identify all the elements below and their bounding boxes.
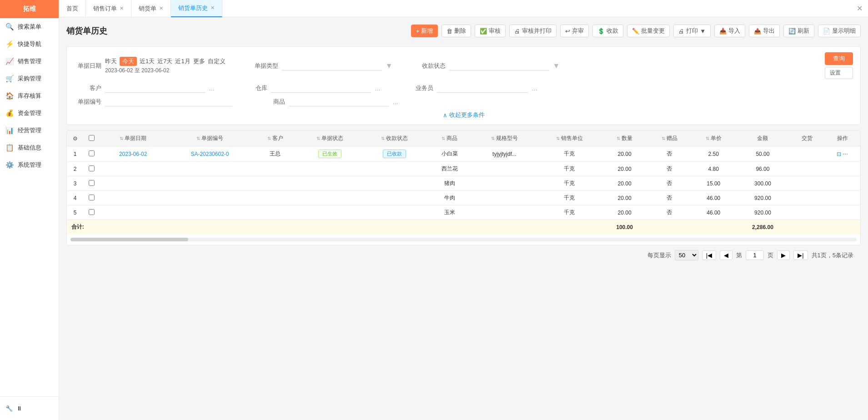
sidebar-item-sys-mgmt[interactable]: ⚙️ 系统管理 bbox=[0, 156, 59, 174]
add-icon: + bbox=[416, 28, 420, 35]
cell-doc-no[interactable]: SA-20230602-0 bbox=[166, 146, 253, 162]
cell-doc-status bbox=[297, 162, 362, 176]
th-doc-no[interactable]: 单据编号 bbox=[166, 131, 253, 146]
cell-checkbox[interactable] bbox=[83, 205, 100, 220]
th-spec[interactable]: 规格型号 bbox=[472, 131, 537, 146]
th-unit[interactable]: 销售单位 bbox=[537, 131, 602, 146]
collect-button[interactable]: 💲 收款 bbox=[592, 25, 623, 37]
row-checkbox[interactable] bbox=[89, 180, 95, 186]
cell-checkbox[interactable] bbox=[83, 191, 100, 205]
query-button[interactable]: 查询 bbox=[825, 52, 853, 65]
cell-collect-status bbox=[362, 162, 427, 176]
sidebar-item-sales-mgmt[interactable]: 📈 销售管理 bbox=[0, 53, 59, 70]
collect-status-dropdown[interactable]: ▼ bbox=[553, 62, 560, 70]
th-qty[interactable]: 数量 bbox=[602, 131, 647, 146]
delete-button[interactable]: 🗑 删除 bbox=[442, 25, 471, 37]
finance-mgmt-icon: 💰 bbox=[5, 109, 14, 117]
row-checkbox[interactable] bbox=[89, 209, 95, 215]
page-number-input[interactable] bbox=[746, 250, 764, 260]
salesman-input[interactable] bbox=[437, 84, 528, 93]
tab-sales-order-close[interactable]: ✕ bbox=[120, 5, 124, 11]
collapse-button[interactable]: ∧ 收起更多条件 bbox=[443, 111, 485, 119]
shortcut-7day[interactable]: 近7天 bbox=[157, 57, 172, 65]
batch-change-button[interactable]: ✏️ 批量变更 bbox=[627, 25, 670, 37]
warehouse-input[interactable] bbox=[271, 84, 371, 93]
cell-doc-no[interactable] bbox=[166, 176, 253, 191]
customer-input[interactable] bbox=[105, 84, 205, 93]
export-button[interactable]: 📤 导出 bbox=[749, 25, 780, 37]
refresh-button[interactable]: 🔄 刷新 bbox=[783, 25, 814, 37]
ops-mgmt-icon: 📊 bbox=[5, 126, 14, 135]
tab-sales-history-close[interactable]: ✕ bbox=[211, 5, 215, 11]
select-all-checkbox[interactable] bbox=[89, 135, 95, 141]
print-button[interactable]: 🖨 打印 ▼ bbox=[673, 25, 711, 37]
cell-checkbox[interactable] bbox=[83, 162, 100, 176]
warehouse-dots[interactable]: … bbox=[375, 85, 381, 92]
shortcut-today[interactable]: 今天 bbox=[120, 57, 137, 66]
search-menu-icon: 🔍 bbox=[5, 23, 14, 31]
doc-type-dropdown[interactable]: ▼ bbox=[386, 62, 393, 70]
row-checkbox[interactable] bbox=[89, 195, 95, 200]
audit-button[interactable]: ✅ 审核 bbox=[475, 25, 506, 37]
horizontal-scrollbar[interactable] bbox=[70, 238, 857, 241]
discard-button[interactable]: ↩ 弃审 bbox=[560, 25, 589, 37]
cell-doc-no[interactable] bbox=[166, 205, 253, 220]
scrollbar-thumb[interactable] bbox=[70, 238, 188, 241]
shortcut-more[interactable]: 更多 bbox=[193, 57, 205, 65]
collect-status-input[interactable] bbox=[449, 61, 549, 70]
cell-checkbox[interactable] bbox=[83, 176, 100, 191]
tab-close-all[interactable]: ✕ bbox=[851, 4, 868, 13]
shortcut-1day[interactable]: 近1天 bbox=[140, 57, 155, 65]
first-page-button[interactable]: |◀ bbox=[702, 250, 716, 260]
sidebar-item-finance-mgmt[interactable]: 💰 资金管理 bbox=[0, 105, 59, 122]
th-checkbox[interactable] bbox=[83, 131, 100, 146]
shortcut-custom[interactable]: 自定义 bbox=[208, 57, 226, 65]
shortcut-1month[interactable]: 近1月 bbox=[175, 57, 190, 65]
cell-checkbox[interactable] bbox=[83, 146, 100, 162]
row-checkbox[interactable] bbox=[89, 150, 95, 156]
goods-dots[interactable]: … bbox=[392, 99, 398, 105]
edit-link[interactable]: ⊡ bbox=[837, 151, 841, 157]
sidebar-item-basic-info[interactable]: 📋 基础信息 bbox=[0, 139, 59, 156]
th-settings[interactable]: ⚙ bbox=[67, 131, 83, 146]
salesman-dots[interactable]: … bbox=[532, 85, 537, 92]
doc-type-input[interactable] bbox=[282, 61, 382, 70]
row-checkbox[interactable] bbox=[89, 165, 95, 171]
tab-home[interactable]: 首页 bbox=[59, 0, 86, 17]
filter-settings-button[interactable]: 设置 bbox=[825, 67, 853, 79]
show-details-button[interactable]: 📄 显示明细 bbox=[818, 25, 861, 37]
more-link[interactable]: ⋯ bbox=[843, 151, 848, 157]
goods-input[interactable] bbox=[289, 97, 389, 106]
next-page-button[interactable]: ▶ bbox=[777, 250, 790, 260]
doc-no-link[interactable]: SA-20230602-0 bbox=[191, 151, 229, 157]
tab-sales-order[interactable]: 销售订单 ✕ bbox=[86, 0, 131, 17]
th-customer[interactable]: 客户 bbox=[253, 131, 297, 146]
sidebar-item-quick-nav[interactable]: ⚡ 快捷导航 bbox=[0, 35, 59, 53]
th-gift[interactable]: 赠品 bbox=[647, 131, 692, 146]
cell-doc-no[interactable] bbox=[166, 191, 253, 205]
th-price[interactable]: 单价 bbox=[692, 131, 736, 146]
prev-page-button[interactable]: ◀ bbox=[720, 250, 733, 260]
sidebar-item-stock-calc[interactable]: 🏠 库存核算 bbox=[0, 87, 59, 105]
sidebar-item-purchase-mgmt[interactable]: 🛒 采购管理 bbox=[0, 70, 59, 87]
th-doc-status[interactable]: 单据状态 bbox=[297, 131, 362, 146]
sidebar-settings-btn[interactable]: 🔧 ⏸ bbox=[0, 400, 59, 416]
customer-dots[interactable]: … bbox=[209, 85, 215, 92]
tab-sales-history[interactable]: 销货单历史 ✕ bbox=[171, 0, 222, 17]
sidebar-item-search-menu[interactable]: 🔍 搜索菜单 bbox=[0, 18, 59, 35]
th-goods[interactable]: 商品 bbox=[427, 131, 472, 146]
audit-print-button[interactable]: 🖨 审核并打印 bbox=[509, 25, 557, 37]
th-collect-status[interactable]: 收款状态 bbox=[362, 131, 427, 146]
th-doc-date[interactable]: 单据日期 bbox=[100, 131, 166, 146]
tab-sales-delivery-close[interactable]: ✕ bbox=[159, 5, 163, 11]
tab-sales-delivery[interactable]: 销货单 ✕ bbox=[131, 0, 171, 17]
add-button[interactable]: + 新增 bbox=[411, 25, 438, 37]
filter-goods: 商品 … bbox=[258, 97, 398, 106]
doc-no-input[interactable] bbox=[105, 97, 232, 106]
shortcut-yesterday[interactable]: 昨天 bbox=[105, 57, 117, 65]
sidebar-item-ops-mgmt[interactable]: 📊 经营管理 bbox=[0, 122, 59, 139]
cell-doc-no[interactable] bbox=[166, 162, 253, 176]
per-page-select[interactable]: 50 100 200 bbox=[675, 250, 698, 260]
last-page-button[interactable]: ▶| bbox=[793, 250, 808, 260]
import-button[interactable]: 📥 导入 bbox=[714, 25, 745, 37]
